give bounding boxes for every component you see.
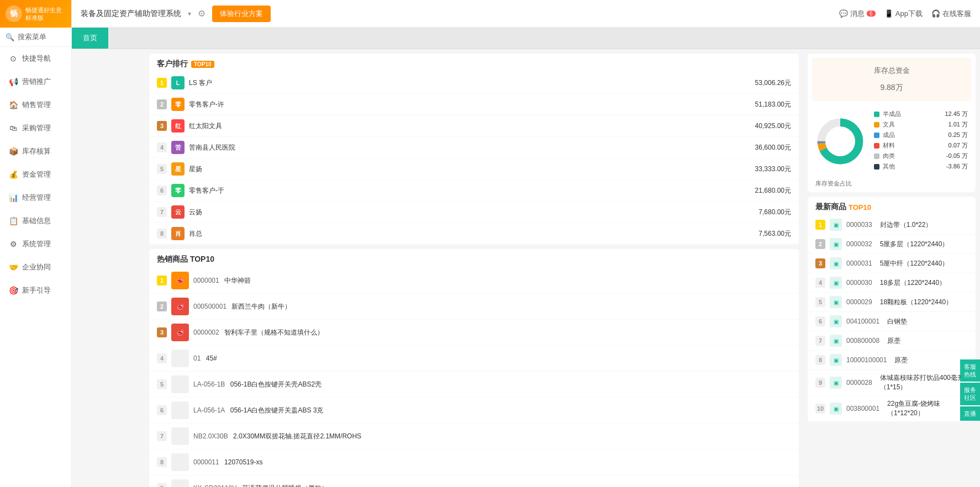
hot-product-row: 4 01 45#	[149, 346, 799, 372]
hot-rank-5: 5	[157, 379, 167, 389]
customer-amount: 40,925.00元	[755, 121, 791, 131]
float-service-hotline[interactable]: 客服 热线	[960, 359, 980, 382]
phone-icon: 📱	[884, 9, 893, 18]
sidebar-item-finance[interactable]: 💰 资金管理	[0, 163, 71, 186]
right-panel: 库存总资金 9.88万	[803, 49, 980, 487]
headset-icon: 🎧	[931, 9, 940, 18]
customer-rank-title-bar: 客户排行 TOP10	[149, 54, 799, 72]
new-rank-7: 7	[815, 336, 825, 346]
new-product-icon: ▣	[830, 315, 842, 327]
product-image-placeholder	[171, 350, 189, 367]
new-product-icon: ▣	[830, 277, 842, 289]
tab-home[interactable]: 首页	[72, 28, 108, 49]
hot-rank-6: 6	[157, 405, 167, 415]
search-icon: 🔍	[6, 33, 14, 41]
customer-rank-row: 5 星 星扬 33,333.00元	[149, 158, 799, 180]
newest-products-title: 最新商品	[815, 202, 846, 212]
customer-avatar: 苦	[171, 141, 185, 154]
inventory-card: 库存总资金 9.88万	[808, 54, 976, 192]
newest-products-title-bar: 最新商品 TOP10	[808, 197, 976, 215]
sidebar-item-base-info[interactable]: 📋 基础信息	[0, 209, 71, 232]
sidebar-item-purchase[interactable]: 🛍 采购管理	[0, 117, 71, 140]
sidebar-item-quick-nav[interactable]: ⊙ 快捷导航	[0, 47, 71, 70]
new-product-row: 6 ▣ 004100001 白钢垫	[808, 312, 976, 331]
float-live-btn[interactable]: 直播	[960, 406, 980, 421]
service-button[interactable]: 🎧 在线客服	[931, 9, 971, 19]
sidebar-item-guide[interactable]: 🎯 新手引导	[0, 279, 71, 302]
hot-rank-9: 9	[157, 483, 167, 487]
new-product-icon: ▣	[830, 238, 842, 250]
new-product-icon: ▣	[830, 257, 842, 269]
new-product-icon: ▣	[830, 377, 842, 389]
nav-icon-inventory: 📦	[9, 147, 18, 156]
sidebar-item-company[interactable]: 🤝 企业协同	[0, 256, 71, 279]
hot-product-row: 2 🥩 000500001 新西兰牛肉（新牛）	[149, 294, 799, 320]
inventory-label: 库存总资金	[820, 66, 963, 76]
new-product-row: 9 ▣ 0000028 体城嘉枝味苏打饮品400毫升（1*15）	[808, 370, 976, 396]
topbar-right: 💬 消息 6 📱 App下载 🎧 在线客服	[839, 9, 971, 19]
float-service-community[interactable]: 服务 社区	[960, 383, 980, 405]
rank-number-7: 7	[157, 207, 167, 217]
trial-button[interactable]: 体验行业方案	[212, 6, 271, 22]
app-download-button[interactable]: 📱 App下载	[884, 9, 923, 19]
search-menu[interactable]: 🔍 搜索菜单	[0, 28, 71, 47]
middle-panel: 客户排行 TOP10 1 L LS 客户 53,006.26元 2 零	[149, 49, 803, 487]
rank-number-1: 1	[157, 78, 167, 88]
sidebar-item-inventory[interactable]: 📦 库存核算	[0, 140, 71, 163]
gear-icon[interactable]: ⚙	[198, 8, 206, 19]
product-info: 01 45#	[193, 354, 791, 362]
hot-product-row: 5 LA-056-1B 056-1B白色按键开关壳ABS2壳	[149, 372, 799, 398]
hot-products-title-bar: 热销商品 TOP10	[149, 249, 799, 268]
new-product-row: 7 ▣ 000800008 原垄	[808, 331, 976, 351]
new-rank-10: 10	[815, 404, 825, 414]
rank-number-4: 4	[157, 142, 167, 152]
product-image: 🥩	[171, 324, 189, 341]
sidebar-item-operation[interactable]: 📊 经营管理	[0, 186, 71, 209]
rank-number-2: 2	[157, 99, 167, 109]
message-button[interactable]: 💬 消息 6	[839, 9, 876, 19]
nav-icon-company: 🤝	[9, 263, 18, 272]
new-product-icon: ▣	[830, 296, 842, 308]
new-product-icon: ▣	[830, 403, 842, 415]
nav-icon-guide: 🎯	[9, 286, 18, 295]
legend-dot-6	[874, 164, 879, 170]
new-product-icon: ▣	[830, 219, 842, 231]
rank-number-3: 3	[157, 121, 167, 131]
sidebar-item-system[interactable]: ⚙ 系统管理	[0, 232, 71, 256]
new-product-row: 8 ▣ 10000100001 原垄	[808, 351, 976, 370]
nav-icon-marketing: 📢	[9, 77, 18, 86]
legend-item-4: 材料 0.07 万	[874, 141, 968, 150]
content-tabs: 首页	[72, 28, 980, 49]
hot-rank-8: 8	[157, 457, 167, 467]
sidebar-item-marketing[interactable]: 📢 营销推广	[0, 70, 71, 93]
customer-name: LS 客户	[189, 78, 751, 88]
product-info: LA-056-1A 056-1A白色按键开关盖ABS 3克	[193, 406, 791, 415]
customer-avatar: 星	[171, 162, 185, 176]
customer-amount: 51,183.00元	[755, 100, 791, 109]
new-product-row: 1 ▣ 0000033 封边带（1.0*22）	[808, 215, 976, 235]
rank-number-5: 5	[157, 164, 167, 174]
customer-rank-row: 2 零 零售客户-许 51,183.00元	[149, 94, 799, 115]
product-info: LA-056-1B 056-1B白色按键开关壳ABS2壳	[193, 380, 791, 389]
customer-avatar: 红	[171, 119, 185, 133]
customer-rank-row: 8 肖 肖总 7,563.00元	[149, 223, 799, 245]
rank-number-6: 6	[157, 186, 167, 195]
system-title: 装备及固定资产辅助管理系统	[81, 9, 181, 19]
legend-dot-3	[874, 133, 879, 138]
hot-product-row: 9 KK-SD22110H 花语萌偎温分腿睡袋（厚款）	[149, 475, 799, 487]
customer-rank-table: 1 L LS 客户 53,006.26元 2 零 零售客户-许 51,183.0…	[149, 72, 799, 245]
customer-name: 肖总	[189, 229, 754, 239]
nav-icon-base: 📋	[9, 216, 18, 225]
logo-icon: 畅	[6, 6, 22, 22]
sidebar: 畅 畅捷通好生意 标准版 🔍 搜索菜单 ⊙ 快捷导航 📢 营销推广 🏠 销售管理…	[0, 0, 72, 487]
hot-rank-4: 4	[157, 353, 167, 363]
customer-amount: 36,600.00元	[755, 143, 791, 152]
product-image-placeholder	[171, 375, 189, 393]
chevron-down-icon: ▾	[188, 10, 191, 18]
customer-amount: 7,680.00元	[758, 208, 791, 217]
hot-rank-1: 1	[157, 276, 167, 285]
legend-dot-5	[874, 153, 879, 159]
sidebar-item-sales[interactable]: 🏠 销售管理	[0, 93, 71, 117]
legend-item-2: 文具 1.01 万	[874, 120, 968, 129]
customer-name: 云扬	[189, 208, 754, 217]
